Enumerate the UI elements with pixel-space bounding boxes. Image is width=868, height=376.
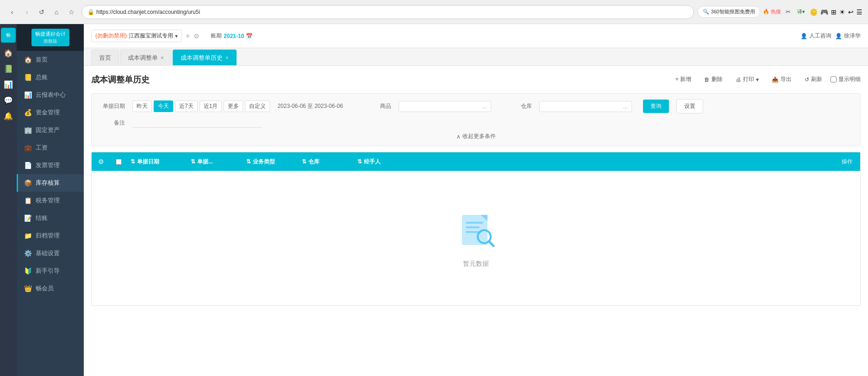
th-order[interactable]: ⇅ 单据... xyxy=(187,158,243,166)
sidebar-item-funds[interactable]: 💰 资金管理 xyxy=(17,104,84,121)
company-selector[interactable]: (勿删勿禁用) 江西服宝测试专用 ▾ xyxy=(91,30,182,42)
sidebar-item-vip[interactable]: 👑 畅会员 xyxy=(17,280,84,297)
th-date[interactable]: ⇅ 单据日期 xyxy=(127,158,187,166)
icon-bar-item-bell[interactable]: 🔔 xyxy=(1,108,16,123)
tab-cost-adjust-history[interactable]: 成本调整单历史 × xyxy=(173,50,237,65)
filter-collapse-btn[interactable]: ∧ 收起更多条件 xyxy=(99,132,853,140)
th-operator-label: 经手人 xyxy=(364,158,381,166)
date-btn-1month[interactable]: 近1月 xyxy=(200,100,222,112)
browser-right-actions: 🔍 360智能抠图免费用 🔥 热搜 ✂ 译▾ 🪙 🎮 ⊞ ☀ ↩ ☰ xyxy=(698,6,862,18)
sidebar-item-settings[interactable]: ⚙️ 基础设置 xyxy=(17,244,84,262)
th-biz-type[interactable]: ⇅ 业务类型 xyxy=(243,158,298,166)
user-name: 徐泽华 xyxy=(844,32,861,40)
sidebar-item-closing[interactable]: 📝 结账 xyxy=(17,209,84,227)
add-company-btn[interactable]: + xyxy=(186,32,190,40)
filter-area: 单据日期 昨天 今天 近7天 近1月 更多 自定义 2023-06-06 至 2… xyxy=(91,93,861,146)
grid-icon[interactable]: ⊞ xyxy=(831,8,837,16)
sidebar-item-ledger[interactable]: 📒 总账 xyxy=(17,69,84,86)
sidebar-label-ledger: 总账 xyxy=(36,73,48,81)
inventory-icon: 📦 xyxy=(24,179,32,187)
show-columns-checkbox-area[interactable]: 显示明细 xyxy=(831,75,861,83)
sidebar-item-tax[interactable]: 📋 税务管理 xyxy=(17,192,84,209)
reload-button[interactable]: ↺ xyxy=(35,6,48,19)
period-label: 账期 xyxy=(211,32,222,40)
remark-input[interactable] xyxy=(132,118,262,128)
settings-btn-filter[interactable]: 设置 xyxy=(676,99,703,113)
sidebar-item-archive[interactable]: 📁 归档管理 xyxy=(17,227,84,244)
sidebar-item-invoice[interactable]: 📄 发票管理 xyxy=(17,157,84,174)
address-url: https://cloud.chanjet.com/accounting/uru… xyxy=(96,9,200,15)
date-btn-yesterday[interactable]: 昨天 xyxy=(132,100,152,112)
page-header: 成本调整单历史 + 新增 🗑 删除 🖨 打印 ▾ 📤 导出 xyxy=(91,73,861,86)
settings-gear-btn[interactable]: ⚙ xyxy=(194,32,200,40)
user-avatar-icon: 👤 xyxy=(835,33,842,39)
goods-more-btn[interactable]: ... xyxy=(482,103,487,110)
menu-icon[interactable]: ☰ xyxy=(856,8,862,16)
date-btn-7days[interactable]: 近7天 xyxy=(175,100,198,112)
sidebar-item-assets[interactable]: 🏢 固定资产 xyxy=(17,121,84,139)
th-settings-btn[interactable]: ⚙ xyxy=(92,158,110,165)
date-btn-more[interactable]: 更多 xyxy=(224,100,243,112)
sidebar-logo: 畅捷通好会计 旗舰版 xyxy=(31,29,69,46)
icon-bar-item-chart[interactable]: 📊 xyxy=(1,77,16,92)
svg-rect-2 xyxy=(466,226,480,228)
icon-bar-item-home[interactable]: 🏠 xyxy=(1,45,16,60)
query-btn[interactable]: 查询 xyxy=(643,100,669,113)
refresh-btn[interactable]: ↺ 刷新 xyxy=(800,73,827,86)
funds-icon: 💰 xyxy=(24,109,32,116)
sort-icon-order: ⇅ xyxy=(191,158,195,165)
show-columns-checkbox[interactable] xyxy=(831,76,837,82)
undo-icon[interactable]: ↩ xyxy=(848,8,854,16)
gold-icon[interactable]: 🪙 xyxy=(810,8,818,16)
home-button[interactable]: ⌂ xyxy=(50,6,63,19)
empty-state: 暂元数据 xyxy=(92,171,860,305)
select-all-checkbox[interactable] xyxy=(116,159,122,165)
bookmark-button[interactable]: ☆ xyxy=(65,6,78,19)
translate-btn[interactable]: 译▾ xyxy=(795,6,807,17)
user-info[interactable]: 👤 徐泽华 xyxy=(835,32,861,40)
th-order-label: 单据... xyxy=(197,158,213,166)
tab-cost-adjust[interactable]: 成本调整单 × xyxy=(120,50,172,65)
date-btn-custom[interactable]: 自定义 xyxy=(245,100,270,112)
th-warehouse[interactable]: ⇅ 仓库 xyxy=(298,158,354,166)
cut-btn[interactable]: ✂ xyxy=(784,6,793,17)
tab-cost-adjust-close[interactable]: × xyxy=(161,55,164,61)
sidebar-item-inventory[interactable]: 📦 库存核算 xyxy=(17,174,84,192)
tab-cost-adjust-history-close[interactable]: × xyxy=(225,55,229,61)
address-bar[interactable]: 🔒 https://cloud.chanjet.com/accounting/u… xyxy=(81,5,694,19)
sidebar-item-reports[interactable]: 📊 云报表中心 xyxy=(17,86,84,104)
icon-bar-item-msg[interactable]: 💬 xyxy=(1,93,16,107)
sort-icon-biz: ⇅ xyxy=(246,158,251,165)
service-btn[interactable]: 👤 人工咨询 xyxy=(800,32,831,40)
calendar-icon[interactable]: 📅 xyxy=(246,33,253,39)
warehouse-select[interactable]: ... xyxy=(539,101,632,112)
date-btn-today[interactable]: 今天 xyxy=(154,100,173,112)
tab-bar: 首页 成本调整单 × 成本调整单历史 × xyxy=(84,48,868,66)
icon-bar: 畅 🏠 📗 📊 💬 🔔 xyxy=(0,24,17,376)
brightness-icon[interactable]: ☀ xyxy=(839,8,845,16)
sidebar-item-home[interactable]: 🏠 首页 xyxy=(17,51,84,69)
export-icon: 📤 xyxy=(772,76,779,83)
sidebar-item-guide[interactable]: 🔰 新手引导 xyxy=(17,262,84,280)
warehouse-more-btn[interactable]: ... xyxy=(623,103,628,110)
tab-home[interactable]: 首页 xyxy=(91,50,119,65)
data-table: ⚙ ⇅ 单据日期 ⇅ 单据... ⇅ 业务类型 xyxy=(91,152,861,306)
sidebar-item-payroll[interactable]: 💼 工资 xyxy=(17,139,84,157)
back-button[interactable]: ‹ xyxy=(6,6,19,19)
new-btn[interactable]: + 新增 xyxy=(671,73,696,86)
game-icon[interactable]: 🎮 xyxy=(820,8,828,16)
forward-button[interactable]: › xyxy=(20,6,33,19)
delete-btn[interactable]: 🗑 删除 xyxy=(699,73,727,86)
icon-bar-item-book[interactable]: 📗 xyxy=(1,61,16,76)
archive-icon: 📁 xyxy=(24,232,32,239)
period-info: 账期 2021-10 📅 xyxy=(211,32,253,40)
search-box[interactable]: 🔍 360智能抠图免费用 xyxy=(698,6,760,18)
sort-icon-warehouse: ⇅ xyxy=(302,158,306,165)
th-operator[interactable]: ⇅ 经手人 xyxy=(354,158,409,166)
print-btn[interactable]: 🖨 打印 ▾ xyxy=(731,73,763,86)
th-actions-label: 操作 xyxy=(842,158,853,165)
export-btn[interactable]: 📤 导出 xyxy=(767,73,796,86)
th-warehouse-label: 仓库 xyxy=(308,158,319,166)
sidebar-label-home: 首页 xyxy=(36,56,48,64)
goods-select[interactable]: ... xyxy=(399,101,491,112)
